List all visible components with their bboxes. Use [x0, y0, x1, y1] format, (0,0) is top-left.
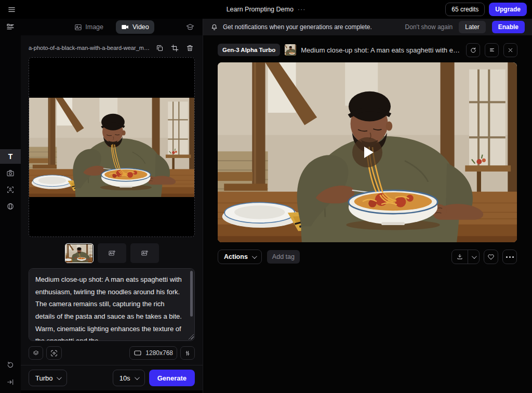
trash-icon[interactable] [185, 43, 195, 53]
keyframe-thumb-selected[interactable] [65, 243, 94, 263]
duration-select[interactable]: 10s [113, 370, 145, 386]
regenerate-icon[interactable] [466, 43, 480, 57]
video-camera-icon [121, 23, 129, 31]
notification-bar: Get notifications when your generations … [203, 19, 532, 35]
sub-row: Image Video Get notifications when your … [0, 19, 532, 35]
image-icon [74, 23, 82, 31]
download-icon[interactable] [452, 250, 468, 264]
model-badge: Gen-3 Alpha Turbo [218, 44, 280, 56]
top-bar: Learn Prompting Demo··· 65 credits Upgra… [0, 0, 532, 19]
details-lines-icon[interactable] [485, 43, 499, 57]
input-image-preview[interactable] [29, 57, 195, 237]
credits-button[interactable]: 65 credits [445, 3, 485, 16]
add-tag-button[interactable]: Add tag [267, 250, 300, 264]
download-options-button[interactable] [468, 250, 479, 264]
generated-video[interactable] [218, 62, 517, 242]
sphere-tool-icon[interactable] [0, 199, 21, 214]
prompt-input[interactable]: Medium close-up shot: A man eats spaghet… [29, 268, 195, 341]
resolution-value: 1280x768 [145, 349, 173, 357]
camera-tool-icon[interactable] [0, 166, 21, 180]
play-button[interactable] [352, 137, 382, 167]
history-icon[interactable] [4, 358, 17, 371]
result-stage: Gen-3 Alpha Turbo Medium close-up shot: … [203, 35, 532, 393]
chevron-down-icon [135, 375, 140, 380]
more-options-icon[interactable] [502, 250, 517, 264]
add-keyframe-slot-2[interactable] [130, 243, 159, 263]
chevron-down-icon [472, 254, 477, 259]
resolution-button[interactable]: 1280x768 [129, 346, 177, 360]
mode-tabs: Image Video [21, 19, 203, 35]
resize-handle-icon[interactable] [189, 334, 194, 339]
result-thumbnail [285, 44, 296, 56]
chevron-down-icon [57, 375, 62, 380]
result-title: Medium close-up shot: A man eats spaghet… [301, 46, 461, 54]
close-icon[interactable] [503, 43, 517, 57]
fix-face-icon[interactable] [46, 346, 62, 360]
notification-message: Get notifications when your generations … [223, 23, 372, 31]
duplicate-icon[interactable] [155, 43, 165, 53]
menu-icon[interactable] [5, 3, 18, 16]
enable-button[interactable]: Enable [492, 21, 525, 33]
tool-rail: T [0, 35, 21, 393]
composer-panel: a-photo-of-a-black-man-with-a-beard-wear… [21, 35, 203, 390]
prompt-scrollbar[interactable] [190, 271, 193, 317]
display-icon [134, 349, 142, 357]
chevron-down-icon [252, 254, 257, 259]
download-split-button [451, 250, 480, 264]
crop-icon[interactable] [170, 43, 180, 53]
image-add-icon [141, 250, 149, 257]
input-image-filename: a-photo-of-a-black-man-with-a-beard-wear… [29, 45, 150, 51]
bell-icon [210, 23, 218, 31]
generate-button[interactable]: Generate [149, 370, 195, 386]
upgrade-button[interactable]: Upgrade [489, 3, 527, 16]
later-button[interactable]: Later [459, 21, 485, 33]
learn-cap-icon[interactable] [184, 21, 196, 33]
layers-icon[interactable] [29, 346, 43, 360]
model-select[interactable]: Turbo [29, 370, 67, 386]
favorite-heart-icon[interactable] [484, 250, 498, 264]
image-add-icon [108, 250, 116, 257]
dont-show-again-button[interactable]: Don't show again [405, 23, 453, 31]
actions-dropdown[interactable]: Actions [218, 250, 262, 264]
motion-tool-icon[interactable] [0, 182, 21, 197]
settings-sliders-icon[interactable] [180, 346, 195, 360]
play-icon [364, 147, 374, 158]
title-ellipsis-icon: ··· [298, 6, 306, 13]
tab-video[interactable]: Video [116, 20, 154, 34]
tab-image[interactable]: Image [69, 20, 109, 34]
add-keyframe-slot-1[interactable] [98, 243, 126, 263]
keyframe-strip [29, 243, 195, 263]
input-image [29, 98, 194, 197]
text-tool-icon[interactable]: T [0, 149, 21, 164]
collapse-panel-icon[interactable] [4, 376, 17, 388]
